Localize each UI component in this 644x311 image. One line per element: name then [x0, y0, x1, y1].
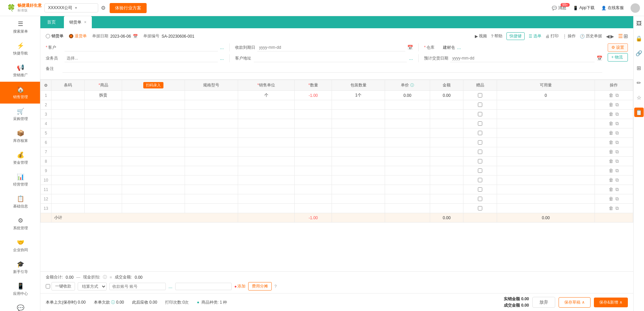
rp-edit-icon[interactable]: ✏ — [634, 78, 644, 87]
gift-checkbox-11[interactable] — [478, 187, 482, 192]
sidebar-item-inventory[interactable]: 📦 库存核算 — [0, 125, 40, 147]
rp-lock-icon[interactable]: 🔒 — [634, 34, 644, 43]
customer-ellipsis-icon[interactable]: ... — [220, 45, 224, 50]
discard-btn[interactable]: 放弃 — [532, 297, 555, 308]
sidebar-item-search-orders[interactable]: ☰ 搜索菜单 — [0, 16, 40, 38]
rp-star-icon[interactable]: ☆ — [634, 93, 644, 102]
sidebar-item-operations[interactable]: 📊 经营管理 — [0, 169, 40, 191]
save-draft-btn[interactable]: 保存草稿 ∧ — [559, 297, 591, 308]
sidebar-item-app-center[interactable]: 📱 应用中心 — [0, 278, 40, 300]
list-view-icon[interactable]: ☰ — [618, 33, 623, 39]
copy-icon-6[interactable]: ⧉ — [615, 140, 619, 145]
gift-checkbox-13[interactable] — [478, 206, 482, 210]
salesperson-ellipsis-icon[interactable]: ... — [220, 55, 224, 61]
sidebar-item-quick-nav[interactable]: ⚡ 快捷导航 — [0, 38, 40, 60]
video-link[interactable]: ▶ 视频 — [475, 33, 487, 39]
date-picker-icon[interactable]: 📅 — [133, 34, 138, 39]
prev-arrow-icon[interactable]: ◀ — [606, 34, 610, 39]
copy-icon-11[interactable]: ⧉ — [615, 187, 619, 192]
payment-method-select[interactable]: 结算方式 — [78, 282, 107, 290]
cash-discount-help-icon[interactable]: ⓘ — [103, 274, 107, 280]
gift-checkbox-4[interactable] — [478, 121, 482, 126]
sidebar-item-finance[interactable]: 💰 资金管理 — [0, 147, 40, 169]
next-arrow-icon[interactable]: ▶ — [610, 34, 614, 39]
one-click-payment-checkbox[interactable] — [46, 284, 50, 288]
notes-input[interactable] — [63, 65, 602, 73]
history-link[interactable]: 🕐 历史单据 — [580, 33, 602, 39]
copy-icon-9[interactable]: ⧉ — [615, 168, 619, 173]
delete-icon-1[interactable]: 🗑 — [609, 92, 613, 98]
expense-help-icon[interactable]: ? — [274, 284, 277, 289]
copy-icon-5[interactable]: ⧉ — [615, 130, 619, 136]
expected-date-input[interactable] — [450, 54, 595, 62]
delete-icon-4[interactable]: 🗑 — [609, 121, 613, 126]
logistics-btn[interactable]: + 物流 — [608, 53, 628, 62]
sidebar-item-sys-mgmt[interactable]: ⚙ 系统管理 — [0, 213, 40, 235]
return-radio-label[interactable]: 退货单 — [69, 33, 87, 39]
operation-link[interactable]: ⋮ 操作 — [563, 33, 576, 39]
shortcut-btn[interactable]: 快捷键 — [506, 32, 525, 40]
help-link[interactable]: ? 帮助 — [491, 33, 502, 39]
account-input[interactable] — [109, 283, 166, 290]
delete-icon-3[interactable]: 🗑 — [609, 111, 613, 117]
grid-view-icon[interactable]: ⊞ — [623, 33, 628, 39]
sidebar-item-marketing[interactable]: 📢 营销推广 — [0, 60, 40, 82]
company-selector[interactable]: XXXXXX公司 ▼ — [44, 3, 98, 12]
tab-sales-order[interactable]: 销货单 × — [64, 16, 92, 28]
sidebar-item-new-guide[interactable]: 🎓 新手引导 — [0, 257, 40, 278]
copy-icon-7[interactable]: ⧉ — [615, 149, 619, 155]
copy-icon-4[interactable]: ⧉ — [615, 121, 619, 126]
delete-icon-12[interactable]: 🗑 — [609, 196, 613, 202]
collect-date-calendar-icon[interactable]: 📅 — [407, 45, 413, 50]
delete-icon-13[interactable]: 🗑 — [609, 205, 613, 211]
sale-radio-label[interactable]: 销货单 — [46, 33, 64, 39]
sidebar-item-enterprise[interactable]: 🤝 企业协同 — [0, 235, 40, 257]
rp-image-icon[interactable]: 🖼 — [634, 19, 644, 28]
gift-checkbox-12[interactable] — [478, 197, 482, 201]
sale-radio[interactable] — [46, 34, 50, 38]
copy-icon-10[interactable]: ⧉ — [615, 177, 619, 183]
delete-icon-5[interactable]: 🗑 — [609, 130, 613, 136]
gift-checkbox-9[interactable] — [478, 168, 482, 173]
trial-btn[interactable]: 体验行业方案 — [110, 3, 147, 13]
print-link[interactable]: 🖨 打印 — [545, 33, 559, 39]
customer-input[interactable] — [65, 44, 218, 51]
customer-addr-input[interactable] — [254, 54, 407, 62]
app-download-btn[interactable]: 📱 App下载 — [573, 5, 595, 11]
gift-checkbox-7[interactable] — [478, 150, 482, 154]
rp-table-icon[interactable]: ⊞ — [634, 63, 644, 73]
copy-icon-13[interactable]: ⧉ — [615, 205, 619, 211]
copy-icon-1[interactable]: ⧉ — [615, 92, 619, 98]
gift-checkbox-1[interactable] — [478, 93, 482, 98]
sidebar-item-purchase-mgmt[interactable]: 🛒 采购管理 — [0, 104, 40, 125]
rp-link-icon[interactable]: 🔗 — [634, 48, 644, 58]
tab-close-icon[interactable]: × — [84, 20, 86, 25]
gift-checkbox-10[interactable] — [478, 178, 482, 182]
return-radio[interactable] — [69, 34, 73, 38]
set-btn[interactable]: ⚙ 设置 — [608, 43, 628, 52]
copy-icon-2[interactable]: ⧉ — [615, 102, 619, 108]
save-new-btn[interactable]: 保存&新增 ∧ — [594, 298, 628, 307]
delete-icon-10[interactable]: 🗑 — [609, 177, 613, 183]
customer-addr-ellipsis-icon[interactable]: ... — [409, 55, 413, 61]
delete-icon-7[interactable]: 🗑 — [609, 149, 613, 155]
payment-amount-input[interactable] — [175, 283, 232, 290]
gift-checkbox-8[interactable] — [478, 159, 482, 163]
copy-icon-3[interactable]: ⧉ — [615, 111, 619, 117]
salesperson-input[interactable] — [65, 54, 218, 62]
gift-checkbox-2[interactable] — [478, 103, 482, 107]
delete-icon-11[interactable]: 🗑 — [609, 187, 613, 192]
delete-icon-8[interactable]: 🗑 — [609, 158, 613, 164]
gear-icon[interactable]: ⚙ — [101, 5, 106, 11]
th-setting[interactable]: ⚙ — [41, 80, 51, 91]
copy-icon-12[interactable]: ⧉ — [615, 196, 619, 202]
expected-date-calendar-icon[interactable]: 📅 — [597, 55, 602, 61]
collect-date-input[interactable] — [257, 44, 406, 51]
scan-btn[interactable]: 扫码录入 — [143, 82, 163, 88]
select-link[interactable]: ☰ 选单 — [529, 33, 541, 39]
expense-split-btn[interactable]: 费用分摊 — [248, 282, 272, 290]
delete-icon-2[interactable]: 🗑 — [609, 102, 613, 108]
avatar[interactable] — [631, 3, 640, 13]
online-service-btn[interactable]: 👤 在线客服 — [601, 5, 624, 11]
one-click-payment-btn[interactable]: 一键收款 — [51, 282, 75, 290]
